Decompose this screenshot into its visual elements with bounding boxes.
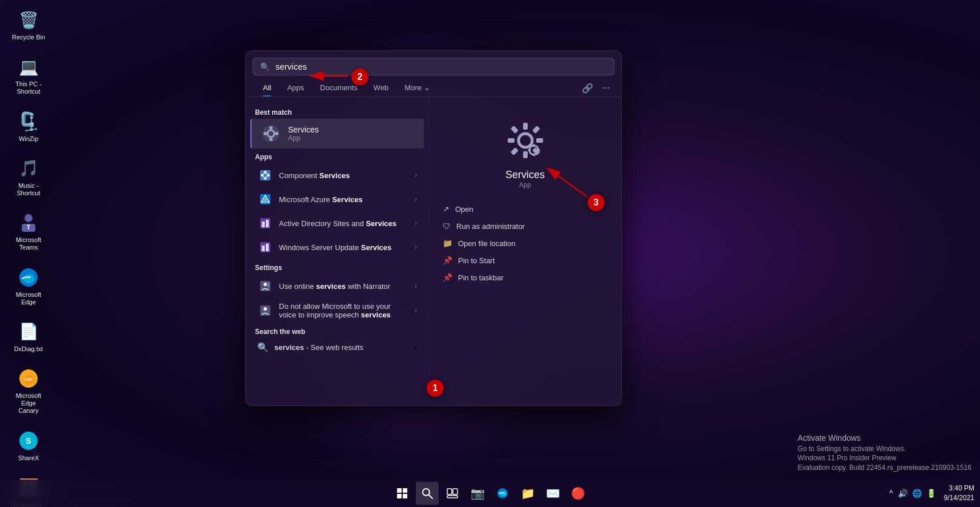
best-match-header: Best match [246, 104, 428, 119]
svg-point-13 [275, 132, 278, 135]
list-item-ad-sites[interactable]: Active Directory Sites and Services › [248, 211, 426, 235]
tab-more[interactable]: More ⌄ [396, 80, 438, 96]
desktop-icon-edge-canary[interactable]: CAN Microsoft Edge Canary [9, 364, 48, 418]
svg-point-45 [532, 154, 535, 156]
svg-text:T: T [27, 224, 30, 231]
svg-rect-26 [260, 242, 270, 252]
action-open[interactable]: ↗ Open [438, 200, 612, 218]
list-item-narrator-services[interactable]: Use online services with Narrator › [248, 274, 426, 298]
svg-rect-27 [262, 246, 265, 251]
action-pin-taskbar[interactable]: 📌 Pin to taskbar [438, 269, 612, 286]
web-search-header: Search the web [246, 323, 428, 338]
svg-rect-60 [447, 496, 457, 498]
narrator-services-label: Use online services with Narrator [279, 282, 409, 291]
ad-sites-label: Active Directory Sites and Services [279, 219, 409, 228]
this-pc-label: This PC - Shortcut [11, 81, 46, 95]
svg-point-56 [423, 489, 430, 496]
component-services-icon [257, 167, 273, 183]
recycle-bin-icon: 🗑️ [17, 9, 40, 31]
taskbar-explorer-button[interactable]: 📁 [516, 482, 539, 505]
taskbar-mail-button[interactable]: ✉️ [541, 482, 564, 505]
svg-text:CAN: CAN [24, 377, 33, 381]
tab-all[interactable]: All [255, 80, 279, 96]
taskbar-edge-button[interactable] [491, 482, 514, 505]
search-bar[interactable]: 🔍 [253, 58, 614, 75]
taskbar-tray: ^ 🔊 🌐 🔋 3:40 PM 9/14/2021 [888, 484, 974, 503]
svg-point-18 [261, 174, 263, 176]
svg-rect-24 [262, 222, 265, 227]
action-run-admin[interactable]: 🛡 Run as administrator [438, 218, 612, 235]
wsus-label: Windows Server Update Services [279, 243, 409, 252]
svg-point-12 [264, 132, 267, 135]
teams-label: Microsoft Teams [11, 236, 46, 251]
desktop-icons: 🗑️ Recycle Bin 💻 This PC - Shortcut 🗜️ W… [9, 6, 48, 507]
edge-canary-label: Microsoft Edge Canary [11, 392, 46, 415]
desktop-icon-edge[interactable]: Microsoft Edge [9, 263, 48, 309]
speakers-tray-icon[interactable]: 🔊 [897, 488, 909, 499]
desktop-icon-dxdiag[interactable]: 📄 DxDiag.txt [9, 317, 48, 356]
pin-taskbar-icon: 📌 [443, 273, 452, 282]
search-tabs: All Apps Documents Web More ⌄ 🔗 ··· [246, 75, 621, 97]
taskbar-store-button[interactable]: 🔴 [566, 482, 589, 505]
svg-point-16 [264, 171, 266, 173]
annotation-1: 1 [427, 380, 444, 397]
svg-rect-25 [266, 220, 269, 227]
network-tray-icon[interactable]: 🌐 [911, 488, 923, 499]
dxdiag-label: DxDiag.txt [14, 345, 43, 353]
pin-start-icon: 📌 [443, 256, 452, 265]
svg-rect-54 [397, 494, 402, 498]
svg-point-0 [25, 214, 33, 222]
share-icon[interactable]: 🔗 [580, 81, 596, 96]
taskbar-center: 📷 📁 ✉️ 🔴 [391, 482, 589, 505]
edge-icon [17, 266, 40, 289]
list-item-wsus[interactable]: Windows Server Update Services › [248, 235, 426, 259]
azure-services-label: Microsoft Azure Services [279, 195, 409, 204]
tab-web[interactable]: Web [366, 80, 397, 96]
best-match-item[interactable]: Services App [250, 119, 424, 148]
svg-rect-36 [523, 151, 528, 158]
search-input[interactable] [276, 62, 607, 71]
taskbar: 📷 📁 ✉️ 🔴 ^ 🔊 🌐 🔋 [0, 480, 980, 507]
desktop-icon-sharex[interactable]: S ShareX [9, 426, 48, 465]
desktop-icon-winzip[interactable]: 🗜️ WinZip [9, 107, 48, 146]
battery-tray-icon[interactable]: 🔋 [925, 488, 937, 499]
web-search-item[interactable]: 🔍 services - See web results › [248, 338, 426, 357]
taskbar-search-button[interactable] [416, 482, 439, 505]
open-icon: ↗ [443, 204, 449, 214]
action-pin-start[interactable]: 📌 Pin to Start [438, 252, 612, 269]
svg-point-34 [519, 134, 532, 147]
more-options-icon[interactable]: ··· [600, 81, 612, 96]
taskbar-taskview-button[interactable] [441, 482, 464, 505]
chevron-icon-2: › [415, 195, 417, 203]
dxdiag-icon: 📄 [17, 320, 40, 343]
desktop-icon-teams[interactable]: T Microsoft Teams [9, 208, 48, 254]
teams-icon: T [17, 211, 40, 234]
svg-rect-55 [403, 494, 407, 498]
music-icon: 🎵 [17, 157, 40, 180]
svg-rect-40 [532, 126, 540, 134]
svg-point-47 [537, 149, 540, 152]
chevron-icon-4: › [415, 243, 417, 251]
ad-sites-icon [257, 215, 273, 231]
tab-apps[interactable]: Apps [279, 80, 312, 96]
annotation-2: 2 [351, 69, 368, 86]
svg-point-19 [268, 174, 270, 176]
search-content: Best match Services [246, 97, 621, 394]
component-services-label: Component Services [279, 171, 409, 180]
svg-rect-58 [447, 489, 452, 494]
start-button[interactable] [391, 482, 414, 505]
list-item-speech-services[interactable]: Do not allow Microsoft to use your voice… [248, 298, 426, 323]
taskbar-camera-button[interactable]: 📷 [466, 482, 489, 505]
activate-subtitle: Go to Settings to activate Windows. [797, 444, 971, 454]
list-item-azure-services[interactable]: Microsoft Azure Services › [248, 187, 426, 211]
action-open-location[interactable]: 📁 Open file location [438, 235, 612, 252]
taskbar-clock[interactable]: 3:40 PM 9/14/2021 [944, 484, 974, 503]
svg-point-44 [532, 144, 535, 147]
desktop-icon-this-pc[interactable]: 💻 This PC - Shortcut [9, 53, 48, 98]
svg-line-57 [429, 495, 432, 498]
music-label: Music - Shortcut [11, 182, 46, 197]
desktop-icon-recycle-bin[interactable]: 🗑️ Recycle Bin [9, 6, 48, 44]
desktop-icon-music[interactable]: 🎵 Music - Shortcut [9, 154, 48, 200]
list-item-component-services[interactable]: Component Services › [248, 163, 426, 187]
chevron-tray-icon[interactable]: ^ [888, 488, 894, 499]
